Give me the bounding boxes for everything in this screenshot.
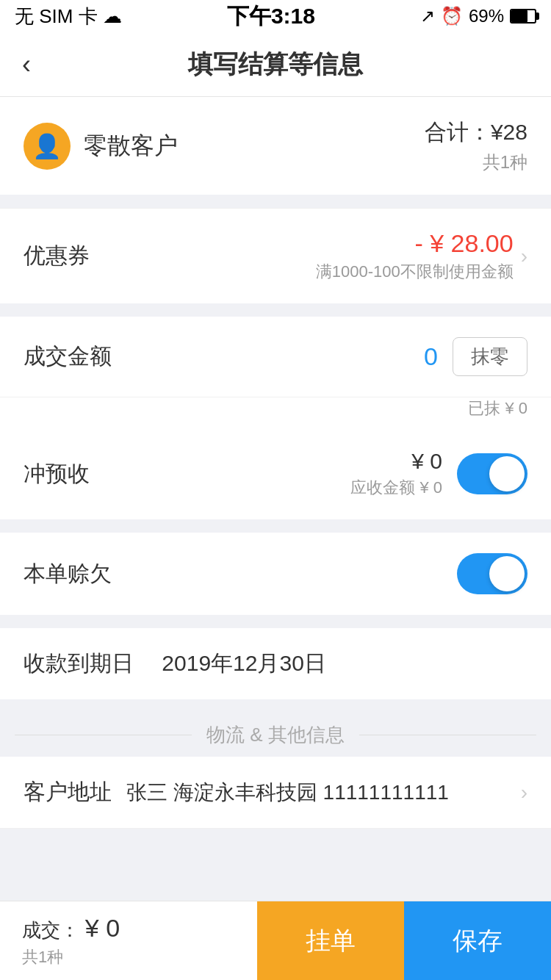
bottom-count: 共1种: [22, 946, 235, 968]
precollect-right: ¥ 0 应收金额 ¥ 0: [350, 449, 527, 499]
customer-total: 合计：¥28: [425, 118, 527, 148]
deal-value: 0: [424, 342, 438, 371]
debt-label: 本单赊欠: [24, 559, 112, 589]
logistics-divider: 物流 & 其他信息: [0, 713, 551, 757]
back-button[interactable]: ‹: [22, 49, 31, 80]
chevron-right-icon: ›: [521, 245, 527, 268]
customer-left: 👤 零散客户: [24, 123, 178, 170]
nav-bar: ‹ 填写结算等信息: [0, 32, 551, 97]
avatar: 👤: [24, 123, 71, 170]
battery-icon: [510, 9, 536, 24]
precollect-amount: ¥ 0: [350, 449, 442, 474]
battery-label: 69%: [469, 6, 504, 26]
coupon-section[interactable]: 优惠券 - ¥ 28.00 满1000-100不限制使用金额 ›: [0, 208, 551, 303]
sim-label: 无 SIM 卡 ☁: [15, 4, 122, 29]
due-date-section: 收款到期日 2019年12月30日: [0, 628, 551, 699]
deal-right: 0 抹零: [424, 337, 527, 376]
location-icon: ↗: [420, 6, 435, 26]
save-button[interactable]: 保存: [404, 901, 551, 981]
status-right: ↗ ⏰ 69%: [420, 6, 536, 26]
coupon-info: - ¥ 28.00 满1000-100不限制使用金额: [316, 229, 514, 283]
round-down-button[interactable]: 抹零: [453, 337, 527, 376]
status-left: 无 SIM 卡 ☁: [15, 4, 122, 29]
address-section[interactable]: 客户地址 张三 海淀永丰科技园 11111111111 ›: [0, 757, 551, 829]
precollect-label: 冲预收: [24, 459, 90, 489]
debt-toggle[interactable]: [457, 553, 527, 594]
page-title: 填写结算等信息: [188, 48, 363, 82]
coupon-desc: 满1000-100不限制使用金额: [316, 261, 514, 283]
due-date-value: 2019年12月30日: [162, 651, 325, 675]
precollect-row: 冲预收 ¥ 0 应收金额 ¥ 0: [0, 428, 551, 519]
address-chevron-icon: ›: [521, 781, 527, 804]
customer-right: 合计：¥28 共1种: [425, 118, 527, 174]
divider-line-left: [15, 735, 192, 735]
deal-sub-text: 已抹 ¥ 0: [0, 397, 551, 428]
deal-amount-label: 成交金额: [24, 342, 112, 372]
bottom-deal-row: 成交： ¥ 0: [22, 914, 235, 943]
coupon-label: 优惠券: [24, 241, 90, 271]
coupon-amount: - ¥ 28.00: [316, 229, 514, 258]
bottom-left: 成交： ¥ 0 共1种: [0, 914, 257, 968]
person-icon: 👤: [32, 132, 62, 160]
precollect-toggle[interactable]: [457, 453, 527, 494]
precollect-values: ¥ 0 应收金额 ¥ 0: [350, 449, 442, 499]
debt-toggle-knob: [489, 556, 525, 591]
due-date-label: 收款到期日: [24, 651, 134, 675]
bottom-deal-label: 成交：: [22, 919, 79, 941]
coupon-row[interactable]: 优惠券 - ¥ 28.00 满1000-100不限制使用金额 ›: [0, 208, 551, 303]
main-content: 👤 零散客户 合计：¥28 共1种 优惠券 - ¥ 28.00 满1000-10…: [0, 97, 551, 917]
coupon-right: - ¥ 28.00 满1000-100不限制使用金额 ›: [316, 229, 527, 283]
divider-line-right: [359, 735, 536, 735]
address-label: 客户地址: [24, 777, 126, 807]
status-bar: 无 SIM 卡 ☁ 下午3:18 ↗ ⏰ 69%: [0, 0, 551, 32]
customer-row: 👤 零散客户 合计：¥28 共1种: [0, 97, 551, 195]
precollect-receivable: 应收金额 ¥ 0: [350, 477, 442, 499]
status-time: 下午3:18: [227, 1, 315, 32]
customer-section: 👤 零散客户 合计：¥28 共1种: [0, 97, 551, 195]
alarm-icon: ⏰: [441, 6, 463, 26]
deal-section: 成交金额 0 抹零 已抹 ¥ 0 冲预收 ¥ 0 应收金额 ¥ 0: [0, 317, 551, 519]
debt-section: 本单赊欠: [0, 533, 551, 615]
address-value: 张三 海淀永丰科技园 11111111111: [126, 779, 514, 807]
bottom-bar: 成交： ¥ 0 共1种 挂单 保存: [0, 901, 551, 980]
customer-count: 共1种: [425, 151, 527, 174]
bottom-deal-amount: ¥ 0: [85, 914, 120, 942]
logistics-label: 物流 & 其他信息: [206, 722, 345, 748]
deal-amount-row: 成交金额 0 抹零: [0, 317, 551, 397]
customer-name: 零散客户: [84, 130, 178, 162]
toggle-knob: [489, 456, 525, 491]
hang-button[interactable]: 挂单: [257, 901, 404, 981]
